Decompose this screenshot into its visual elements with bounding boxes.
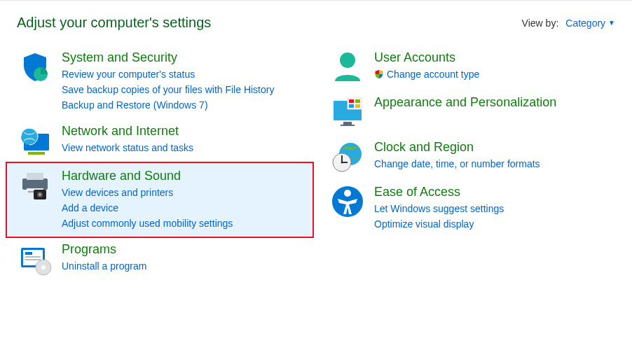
svg-rect-15 — [25, 256, 41, 258]
link-backup-restore[interactable]: Backup and Restore (Windows 7) — [62, 97, 274, 113]
uac-shield-icon — [374, 69, 384, 79]
category-title[interactable]: System and Security — [62, 50, 274, 65]
svg-rect-16 — [25, 259, 41, 260]
link-uninstall-program[interactable]: Uninstall a program — [62, 258, 146, 274]
category-title[interactable]: Appearance and Personalization — [374, 95, 556, 110]
globe-monitor-icon — [18, 124, 52, 158]
accessibility-icon — [331, 185, 364, 218]
svg-rect-3 — [28, 152, 45, 155]
header: Adjust your computer's settings View by:… — [0, 1, 632, 38]
viewby-label: View by: — [522, 18, 559, 29]
left-column: System and Security Review your computer… — [7, 45, 312, 281]
category-title[interactable]: Ease of Access — [374, 185, 504, 200]
link-mobility-settings[interactable]: Adjust commonly used mobility settings — [62, 216, 233, 231]
user-icon — [331, 50, 364, 84]
category-title[interactable]: Programs — [62, 242, 146, 257]
category-ease-of-access: Ease of Access Let Windows suggest setti… — [320, 179, 625, 237]
sub-change-formats[interactable]: Change date, time, or number formats — [374, 156, 540, 172]
svg-point-20 — [340, 52, 355, 68]
category-title[interactable]: Network and Internet — [62, 124, 193, 139]
monitor-tiles-icon — [331, 95, 364, 129]
svg-rect-27 — [355, 99, 360, 103]
printer-camera-icon — [18, 169, 52, 202]
svg-rect-8 — [28, 191, 34, 192]
link-review-status[interactable]: Review your computer's status — [62, 66, 274, 82]
programs-disc-icon — [18, 242, 52, 276]
chevron-down-icon: ▼ — [608, 19, 615, 27]
viewby-value: Category — [565, 18, 605, 29]
shield-icon — [18, 50, 52, 84]
svg-rect-28 — [349, 104, 354, 108]
svg-rect-5 — [22, 178, 48, 190]
svg-point-11 — [39, 193, 41, 196]
link-devices-printers[interactable]: View devices and printers — [62, 185, 233, 200]
svg-point-34 — [341, 162, 343, 164]
link-optimize-visual[interactable]: Optimize visual display — [374, 216, 504, 232]
category-title[interactable]: User Accounts — [374, 50, 479, 65]
link-file-history[interactable]: Save backup copies of your files with Fi… — [62, 82, 274, 97]
svg-rect-23 — [343, 122, 352, 125]
category-user-accounts: User Accounts Change account type — [320, 45, 625, 90]
category-appearance-personalization: Appearance and Personalization — [320, 90, 625, 134]
category-title[interactable]: Clock and Region — [374, 140, 540, 155]
svg-point-18 — [41, 265, 46, 270]
svg-point-36 — [344, 190, 351, 197]
svg-rect-26 — [349, 99, 354, 103]
svg-rect-6 — [27, 173, 43, 180]
link-network-status[interactable]: View network status and tasks — [62, 140, 193, 155]
categories-grid: System and Security Review your computer… — [0, 38, 632, 309]
category-title[interactable]: Hardware and Sound — [62, 169, 233, 183]
category-system-security: System and Security Review your computer… — [7, 45, 312, 118]
clock-globe-icon — [331, 140, 364, 174]
category-hardware-sound: Hardware and Sound View devices and prin… — [6, 162, 314, 238]
viewby: View by: Category ▼ — [522, 18, 615, 29]
page-title: Adjust your computer's settings — [17, 15, 211, 31]
svg-rect-14 — [25, 252, 32, 255]
viewby-dropdown[interactable]: Category ▼ — [565, 18, 615, 29]
category-network-internet: Network and Internet View network status… — [7, 118, 312, 163]
right-column: User Accounts Change account type — [320, 45, 625, 281]
link-change-account-type[interactable]: Change account type — [387, 66, 479, 82]
category-programs: Programs Uninstall a program — [7, 237, 312, 281]
category-clock-region: Clock and Region Change date, time, or n… — [320, 134, 625, 179]
svg-rect-24 — [341, 125, 355, 126]
svg-rect-29 — [355, 104, 360, 108]
link-suggest-settings[interactable]: Let Windows suggest settings — [374, 201, 504, 216]
link-add-device[interactable]: Add a device — [62, 200, 233, 216]
